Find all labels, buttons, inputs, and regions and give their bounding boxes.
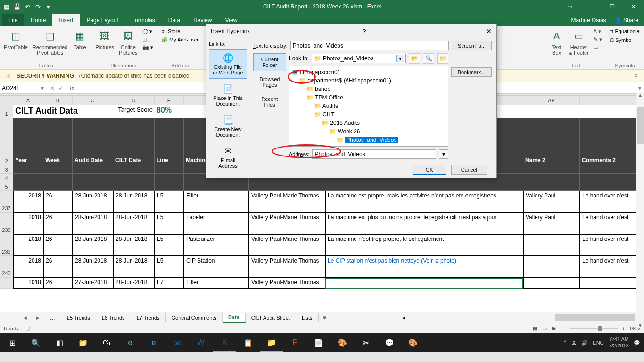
cell[interactable] [325, 278, 523, 289]
sheet-tab[interactable]: L5 Trends [61, 313, 96, 322]
new-sheet-icon[interactable]: ⊕ [319, 314, 330, 321]
equation-button[interactable]: π Equation ▾ [610, 28, 640, 34]
cell[interactable]: Le hand over n'est [580, 234, 636, 256]
cell[interactable]: Le CIP station n'est pas bien nettoye (V… [325, 256, 523, 278]
cell[interactable]: 26 [43, 191, 73, 213]
pdf-icon[interactable]: 📄 [307, 333, 330, 352]
cell[interactable]: Vallery Paul-Marie Thomas [249, 191, 325, 213]
cell[interactable]: La machine est propre, mais les activite… [325, 191, 523, 213]
sheet-nav-next-icon[interactable]: ► [32, 315, 44, 321]
vertical-scrollbar[interactable]: ▲ ▼ [636, 92, 644, 328]
cancel-formula-icon[interactable]: ✕ [50, 85, 55, 91]
ribbon-options-icon[interactable]: ▭ [559, 0, 580, 13]
name-box[interactable]: AO241▾ [0, 84, 46, 92]
powerpoint-icon[interactable]: P [284, 333, 306, 352]
snip-icon[interactable]: ✂ [355, 333, 377, 352]
cell[interactable]: L5 [155, 256, 184, 278]
cell[interactable]: 28-Jun-2018 [73, 191, 113, 213]
zoom-slider[interactable] [570, 328, 618, 329]
cell[interactable]: 26 [43, 256, 73, 278]
sheet-tab[interactable]: … [44, 313, 61, 322]
tray-network-icon[interactable]: 🖧 [571, 340, 577, 346]
linkopt-existing-file[interactable]: 🌐Existing File or Web Page [209, 49, 247, 79]
row-header-1[interactable]: 1 [0, 105, 13, 118]
cancel-button[interactable]: Cancel [451, 165, 487, 175]
screenshot-button[interactable]: 📷 ▾ [142, 44, 153, 50]
cell[interactable]: 28-Jun-2018 [113, 191, 155, 213]
cell[interactable]: 28-Jun-2018 [73, 256, 113, 278]
cell[interactable]: 27-Jun-2018 [73, 278, 113, 289]
cell[interactable]: Vallery Paul-Marie Thomas [249, 213, 325, 234]
cell[interactable]: Le hand over n'est [580, 191, 636, 213]
tray-expand-icon[interactable]: ˄ [564, 340, 567, 346]
paint-icon[interactable]: 🎨 [402, 333, 424, 352]
my-addins-button[interactable]: 🧩 My Add-ins ▾ [161, 37, 199, 43]
taskview-icon[interactable]: ◧ [48, 333, 71, 352]
vscroll-thumb[interactable] [637, 107, 644, 144]
horizontal-scrollbar[interactable]: ◄ ► [399, 314, 644, 321]
shapes-button[interactable]: ◯ ▾ [142, 28, 153, 34]
linkopt-place-in-doc[interactable]: 📄Place in This Document [209, 81, 247, 110]
ok-button[interactable]: OK [413, 165, 446, 175]
view-normal-icon[interactable]: ▦ [533, 325, 537, 331]
macro-record-icon[interactable]: ▢ [25, 325, 30, 331]
text-to-display-input[interactable] [290, 41, 449, 50]
expand-formula-icon[interactable]: ▾ [636, 85, 644, 91]
sheet-tab-active[interactable]: Data [223, 313, 246, 323]
dialog-close-icon[interactable]: ✕ [486, 27, 492, 35]
cell[interactable]: Labeler [184, 213, 249, 234]
cell[interactable]: L5 [155, 191, 184, 213]
cell[interactable]: Vallery Paul-Marie Thomas [249, 256, 325, 278]
cell[interactable] [523, 256, 580, 278]
cell[interactable] [523, 278, 580, 289]
chat-icon[interactable]: 💬 [378, 333, 401, 352]
sheet-tab[interactable]: General Comments [166, 313, 223, 322]
security-close-icon[interactable]: ✕ [634, 73, 638, 79]
cell[interactable]: 28-Jun-2018 [113, 213, 155, 234]
app2-icon[interactable]: 🎨 [331, 333, 354, 352]
store-button[interactable]: 🛍 Store [161, 28, 199, 34]
linkopt-email[interactable]: ✉E-mail Address [209, 143, 247, 172]
cell[interactable]: Vallery Paul [523, 191, 580, 213]
explorer-open-icon[interactable]: 📁 [260, 333, 283, 352]
search-icon[interactable]: 🔍 [25, 333, 47, 352]
enter-formula-icon[interactable]: ✓ [58, 85, 63, 91]
cell[interactable]: Le hand over n'est [580, 213, 636, 234]
maximize-icon[interactable]: ❐ [602, 0, 623, 13]
cell[interactable]: 28-Jun-2018 [73, 213, 113, 234]
row-header-2[interactable]: 2 [0, 118, 13, 165]
view-pagelayout-icon[interactable]: ▭ [542, 325, 547, 331]
sheet-tab[interactable]: Lists [296, 313, 319, 322]
col-header-E[interactable]: E [155, 96, 184, 105]
col-header-C[interactable]: C [73, 96, 113, 105]
wordart-button[interactable]: A ▾ [594, 28, 602, 34]
cell[interactable] [580, 278, 636, 289]
view-pagebreak-icon[interactable]: ⊞ [552, 325, 556, 331]
cell[interactable]: 26 [43, 213, 73, 234]
user-name[interactable]: Martine Osias [571, 17, 606, 24]
cell[interactable]: Vallery Paul [523, 213, 580, 234]
tab-formulas[interactable]: Formulas [125, 14, 162, 26]
signature-button[interactable]: ✎ ▾ [594, 36, 602, 42]
excel-taskbar-icon[interactable]: X [213, 333, 236, 352]
address-dropdown-icon[interactable]: ▾ [439, 149, 448, 159]
cell[interactable]: CIP Station [184, 256, 249, 278]
cell[interactable]: Vallery Paul-Marie Thomas [249, 278, 325, 289]
col-header-D[interactable]: D [113, 96, 155, 105]
undo-icon[interactable]: ↶ [24, 3, 31, 10]
cell[interactable]: 2018 [13, 191, 43, 213]
cell[interactable]: 28-Jun-2018 [113, 256, 155, 278]
online-pictures-button[interactable]: 🖼Online Pictures [119, 28, 138, 56]
fx-icon[interactable]: fx [67, 85, 77, 91]
pivottable-button[interactable]: ◫PivotTable [4, 28, 28, 50]
select-all-corner[interactable] [0, 96, 13, 105]
app-icon[interactable]: 📋 [237, 333, 259, 352]
folder-tree[interactable]: 💻 Ht1spapsccm01 📁 departments$ (\\Ht1spa… [289, 66, 448, 147]
store-icon[interactable]: 🛍 [95, 333, 118, 352]
subopt-current-folder[interactable]: Current Folder [253, 53, 286, 71]
symbol-button[interactable]: Ω Symbol [610, 37, 640, 43]
textbox-button[interactable]: AText Box [549, 28, 564, 56]
sheet-tab[interactable]: L7 Trends [131, 313, 166, 322]
subopt-recent-files[interactable]: Recent Files [253, 93, 286, 111]
cell[interactable]: Filler [184, 191, 249, 213]
